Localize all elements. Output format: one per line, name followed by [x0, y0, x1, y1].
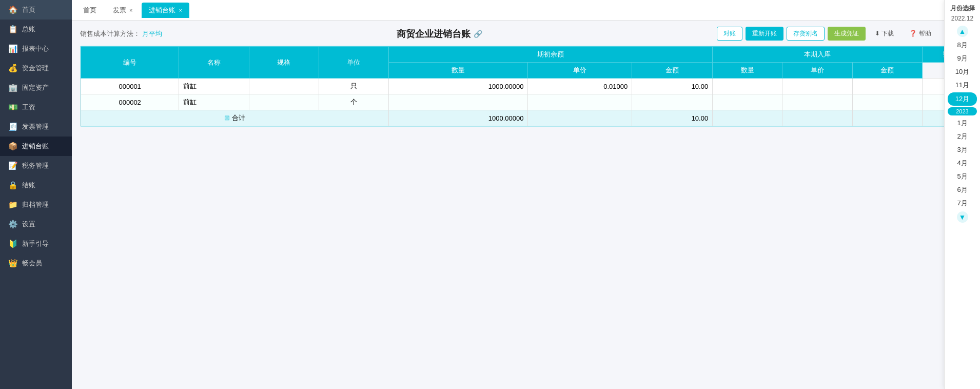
- sidebar-item-home[interactable]: 🏠 首页: [0, 0, 72, 20]
- cell-id: 000001: [81, 79, 179, 94]
- cell-name: 前缸: [179, 94, 249, 110]
- sidebar-item-salary[interactable]: 💵 工资: [0, 98, 72, 117]
- month-item-5[interactable]: 5月: [945, 170, 980, 183]
- cell-rk-qty: [713, 79, 782, 94]
- tab-purchase-sales-close[interactable]: ×: [179, 7, 182, 13]
- col-id: 编号: [81, 47, 179, 79]
- sidebar-item-label: 畅会员: [22, 259, 42, 268]
- purchase-sales-icon: 📦: [8, 142, 18, 151]
- cell-rk-amount: [852, 94, 922, 110]
- col-unit: 单位: [319, 47, 388, 79]
- sub-col-qc-price: 单价: [528, 63, 632, 79]
- sidebar-item-report[interactable]: 📊 报表中心: [0, 39, 72, 59]
- sidebar-item-tax[interactable]: 📝 税务管理: [0, 156, 72, 176]
- reconcile-button[interactable]: 对账: [717, 27, 742, 41]
- page-link-icon[interactable]: 🔗: [474, 30, 482, 38]
- month-item-9[interactable]: 9月: [945, 52, 980, 65]
- download-button[interactable]: ⬇ 下载: [869, 27, 900, 40]
- cell-name: 前缸: [179, 79, 249, 94]
- tab-invoice[interactable]: 发票 ×: [106, 3, 140, 18]
- month-scroll-up-button[interactable]: ▲: [957, 26, 968, 37]
- sidebar-item-label: 税务管理: [22, 161, 49, 170]
- month-item-8[interactable]: 8月: [945, 38, 980, 52]
- cell-id: 000002: [81, 94, 179, 110]
- sidebar-item-label: 报表中心: [22, 44, 49, 53]
- salary-icon: 💵: [8, 103, 18, 112]
- cost-method-value: 月平均: [142, 29, 162, 38]
- home-icon: 🏠: [8, 5, 18, 14]
- month-item-3[interactable]: 3月: [945, 143, 980, 157]
- sidebar-item-label: 资金管理: [22, 64, 49, 73]
- sidebar-item-label: 设置: [22, 220, 35, 229]
- sidebar-item-purchase-sales[interactable]: 📦 进销台账: [0, 137, 72, 156]
- sidebar-item-finance[interactable]: 💰 资金管理: [0, 59, 72, 78]
- tab-invoice-label: 发票: [113, 6, 126, 15]
- sidebar-item-label: 进销台账: [22, 142, 49, 151]
- help-button[interactable]: ❓ 帮助: [903, 27, 937, 40]
- cell-qc-amount: 10.00: [632, 79, 713, 94]
- sidebar-item-settings[interactable]: ⚙️ 设置: [0, 215, 72, 234]
- sidebar-item-label: 工资: [22, 103, 35, 112]
- cost-method-label: 销售成本计算方法：: [80, 29, 140, 38]
- col-group-qiechu: 期初余额: [388, 47, 712, 63]
- cell-rk-price: [782, 79, 852, 94]
- total-qc-amount: 10.00: [632, 110, 713, 126]
- sidebar-item-closing[interactable]: 🔒 结账: [0, 176, 72, 195]
- tab-home[interactable]: 首页: [76, 3, 104, 18]
- sidebar-item-label: 归档管理: [22, 200, 49, 209]
- sidebar-item-assets[interactable]: 🏢 固定资产: [0, 78, 72, 98]
- assets-icon: 🏢: [8, 83, 18, 92]
- sub-col-rk-price: 单价: [782, 63, 852, 79]
- main-area: 首页 发票 × 进销台账 × × ⤢ 销售成本计算方法： 月平均 商贸企业进销台…: [72, 0, 980, 389]
- tab-bar: 首页 发票 × 进销台账 × × ⤢: [72, 0, 980, 21]
- sidebar-item-ledger[interactable]: 📋 总账: [0, 20, 72, 39]
- ledger-icon: 📋: [8, 25, 18, 34]
- toolbar-actions: 对账 重新开账 存货别名 生成凭证 ⬇ 下载 ❓ 帮助 ↻ 刷新: [717, 27, 972, 41]
- cell-rk-qty: [713, 94, 782, 110]
- sub-col-qc-qty: 数量: [388, 63, 527, 79]
- tab-invoice-close[interactable]: ×: [129, 7, 132, 13]
- tab-purchase-sales-label: 进销台账: [149, 6, 175, 15]
- sidebar-item-label: 固定资产: [22, 83, 49, 92]
- month-panel: 月份选择 2022.12 ▲ 8月 9月 10月 11月 12月 2023 1月…: [944, 0, 980, 389]
- sidebar-item-guide[interactable]: 🔰 新手引导: [0, 234, 72, 254]
- month-item-12[interactable]: 12月: [948, 92, 977, 106]
- table-row: 000002 前缸 个: [81, 94, 971, 110]
- month-item-2[interactable]: 2月: [945, 130, 980, 143]
- page-title: 商贸企业进销台账 🔗: [162, 28, 717, 40]
- tab-purchase-sales[interactable]: 进销台账 ×: [142, 3, 189, 18]
- cell-qc-qty: 1000.00000: [388, 79, 527, 94]
- month-item-11[interactable]: 11月: [945, 79, 980, 92]
- month-item-1[interactable]: 1月: [945, 116, 980, 130]
- sidebar-item-label: 总账: [22, 25, 35, 34]
- month-item-4[interactable]: 4月: [945, 157, 980, 170]
- month-item-10[interactable]: 10月: [945, 65, 980, 79]
- tab-home-label: 首页: [83, 6, 96, 15]
- sidebar-item-label: 新手引导: [22, 239, 49, 248]
- tax-icon: 📝: [8, 161, 18, 170]
- total-rk-amount: [852, 110, 922, 126]
- sidebar-item-label: 结账: [22, 181, 35, 190]
- cell-rk-price: [782, 94, 852, 110]
- col-name: 名称: [179, 47, 249, 79]
- month-item-6[interactable]: 6月: [945, 183, 980, 197]
- save-alias-button[interactable]: 存货别名: [787, 27, 825, 41]
- total-rk-qty: [713, 110, 782, 126]
- sidebar-item-member[interactable]: 👑 畅会员: [0, 254, 72, 273]
- month-scroll-down-button[interactable]: ▼: [957, 211, 968, 223]
- sidebar-item-archive[interactable]: 📁 归档管理: [0, 195, 72, 215]
- month-item-7[interactable]: 7月: [945, 197, 980, 210]
- generate-voucher-button[interactable]: 生成凭证: [828, 27, 866, 41]
- sidebar-item-invoice-mgmt[interactable]: 🧾 发票管理: [0, 117, 72, 137]
- total-qc-price: [528, 110, 632, 126]
- cell-qc-amount: [632, 94, 713, 110]
- cell-unit: 个: [319, 94, 388, 110]
- report-icon: 📊: [8, 44, 18, 53]
- sub-col-rk-qty: 数量: [713, 63, 782, 79]
- col-group-ruku: 本期入库: [713, 47, 923, 63]
- settings-icon: ⚙️: [8, 220, 18, 229]
- archive-icon: 📁: [8, 200, 18, 209]
- sidebar-item-label: 首页: [22, 5, 35, 14]
- cell-spec: [249, 79, 319, 94]
- reopen-button[interactable]: 重新开账: [746, 27, 783, 41]
